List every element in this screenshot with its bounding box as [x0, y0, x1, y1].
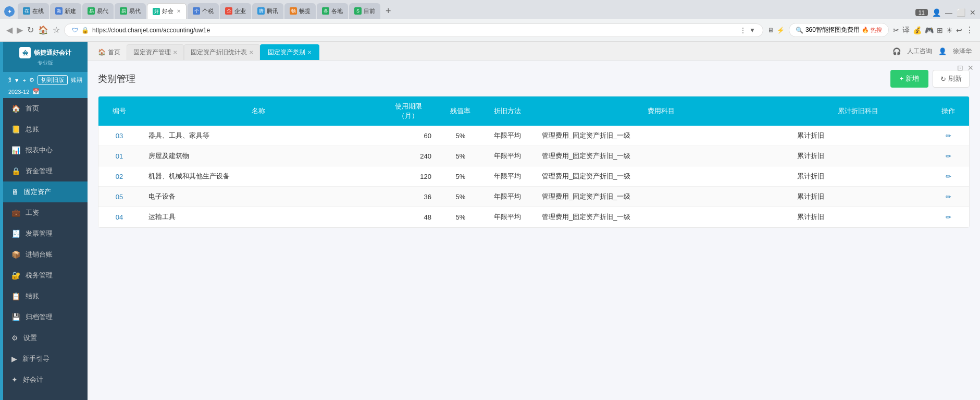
undo-icon[interactable]: ↩ — [956, 26, 962, 34]
service-icon: 🎧 — [892, 47, 901, 55]
service-label[interactable]: 人工咨询 — [907, 47, 932, 56]
cell-accumulated-4: 累计折旧 — [789, 207, 927, 227]
cut-icon[interactable]: ✂ — [893, 26, 899, 34]
sidebar-item-home[interactable]: 🏠 首页 — [3, 98, 88, 119]
sidebar-item-archive[interactable]: 💾 归档管理 — [3, 307, 88, 328]
old-version-button[interactable]: 切到旧版 — [38, 75, 68, 85]
table-row: 03 器具、工具、家具等 60 5% 年限平均 管理费用_固定资产折旧_一级 累… — [98, 126, 969, 146]
sidebar-item-ledger[interactable]: 📒 总账 — [3, 119, 88, 140]
sidebar-item-invoice[interactable]: 🧾 发票管理 — [3, 223, 88, 244]
cell-action-1[interactable]: ✏ — [927, 146, 969, 166]
sidebar-item-guide[interactable]: ▶ 新手引导 — [3, 348, 88, 369]
expand-user-icon[interactable]: ▼ — [14, 77, 20, 83]
browser-tab-tencent[interactable]: 腾 腾讯 — [252, 3, 283, 19]
translate-icon[interactable]: 译 — [902, 26, 910, 35]
sidebar-item-more[interactable]: ✦ 好会计 — [3, 369, 88, 390]
page-tab-bar: 🏠 首页 固定资产管理 ✕ 固定资产折旧统计表 ✕ 固定资产类别 ✕ — [88, 42, 980, 60]
cell-residual-0: 5% — [440, 126, 481, 146]
cell-method-2: 年限平均 — [481, 166, 534, 187]
tab-label-places: 各地 — [331, 7, 343, 15]
cell-months-4: 48 — [377, 207, 440, 227]
browser-tab-new[interactable]: 新 新建 — [50, 3, 81, 19]
window-restore-icon[interactable]: ⊡ — [957, 64, 963, 72]
address-bar[interactable]: 🛡 🔒 https://cloud.chanjet.com/accounting… — [64, 23, 763, 37]
fund-icon: 🔒 — [11, 167, 20, 175]
tab-label-category-text: 固定资产类别 — [268, 48, 305, 57]
browser-tab-yi2[interactable]: 易 易代 — [115, 3, 146, 19]
back-button[interactable]: ◀ — [6, 25, 13, 35]
wallet-icon[interactable]: 💰 — [913, 26, 922, 34]
browser-tab-active[interactable]: 好 好会 ✕ — [147, 3, 187, 19]
cell-months-1: 240 — [377, 146, 440, 166]
cell-method-4: 年限平均 — [481, 207, 534, 227]
sidebar-label-more: 好会计 — [23, 375, 43, 384]
tab-close-asset-manage[interactable]: ✕ — [173, 50, 177, 55]
content-area: 类别管理 + 新增 ↻ 刷新 编号 — [88, 60, 980, 400]
cell-action-0[interactable]: ✏ — [927, 126, 969, 146]
ledger-icon: 📒 — [11, 125, 20, 134]
browser-tab-chang[interactable]: 畅 畅提 — [284, 3, 316, 19]
cell-name-3: 电子设备 — [140, 187, 377, 207]
browser-tab-online[interactable]: 在 在线 — [18, 3, 49, 19]
sidebar-label-checkout: 结账 — [26, 292, 39, 301]
grid-icon[interactable]: ⊞ — [937, 26, 943, 34]
window-close-icon[interactable]: ✕ — [967, 64, 974, 72]
tab-close-category[interactable]: ✕ — [307, 50, 312, 55]
reload-button[interactable]: ↻ — [27, 25, 34, 35]
browser-tab-yi1[interactable]: 易 易代 — [82, 3, 114, 19]
tab-home[interactable]: 🏠 首页 — [92, 44, 127, 60]
bookmark-button[interactable]: ☆ — [53, 25, 60, 35]
browser-profile-icon[interactable]: 👤 — [932, 8, 941, 17]
sidebar-item-checkout[interactable]: 📋 结账 — [3, 286, 88, 307]
cell-action-4[interactable]: ✏ — [927, 207, 969, 227]
calendar-icon[interactable]: 📅 — [32, 88, 40, 95]
table-container: 编号 名称 使用期限（月） 残值率 折旧方法 费用科目 累计折旧科目 操作 — [98, 96, 970, 228]
forward-button[interactable]: ▶ — [17, 25, 23, 35]
refresh-icon: ↻ — [940, 75, 946, 83]
tab-close-depreciation[interactable]: ✕ — [249, 50, 253, 55]
sidebar-item-asset[interactable]: 🖥 固定资产 — [3, 181, 88, 202]
new-tab-button[interactable]: + — [381, 6, 395, 17]
add-account-icon[interactable]: + — [23, 77, 26, 83]
tab-depreciation[interactable]: 固定资产折旧统计表 ✕ — [184, 44, 260, 60]
period-label: 账期 — [71, 76, 82, 84]
sidebar-item-fund[interactable]: 🔒 资金管理 — [3, 161, 88, 181]
search-icon: 🔍 — [796, 27, 803, 34]
search-box[interactable]: 🔍 360智能抠图免费用 🔥 热搜 — [789, 23, 889, 37]
col-header-code: 编号 — [98, 96, 140, 126]
cell-name-1: 房屋及建筑物 — [140, 146, 377, 166]
lock-icon: 🔒 — [81, 27, 89, 34]
sidebar-item-salary[interactable]: 💼 工资 — [3, 202, 88, 223]
sidebar-item-report[interactable]: 📊 报表中心 — [3, 140, 88, 161]
expand-address-icon[interactable]: ▼ — [749, 27, 755, 34]
browser-tab-corp[interactable]: 企 企业 — [220, 3, 251, 19]
tab-label-depreciation-text: 固定资产折旧统计表 — [191, 48, 247, 57]
tab-close-active[interactable]: ✕ — [177, 8, 181, 14]
browser-tab-places[interactable]: 各 各地 — [317, 3, 348, 19]
browser-more-icon[interactable]: ⋮ — [965, 25, 974, 35]
sidebar-label-home: 首页 — [26, 104, 39, 113]
add-button[interactable]: + 新增 — [890, 70, 928, 88]
browser-tab-tax[interactable]: 个 个税 — [188, 3, 219, 19]
cell-name-0: 器具、工具、家具等 — [140, 126, 377, 146]
browser-menu-icon[interactable]: ⋮ — [740, 27, 746, 34]
sidebar-item-settings[interactable]: ⚙ 设置 — [3, 328, 88, 348]
tab-asset-category[interactable]: 固定资产类别 ✕ — [260, 44, 319, 60]
sidebar: 会 畅捷通好会计 专业版 刘小艳演示账套（勿删勿动！）11 ▼ + ⚙ 切到旧版… — [3, 42, 88, 400]
cell-action-2[interactable]: ✏ — [927, 166, 969, 187]
close-browser-icon[interactable]: ✕ — [970, 8, 976, 17]
sidebar-item-tax[interactable]: 🔐 税务管理 — [3, 265, 88, 286]
minimize-icon[interactable]: — — [945, 8, 952, 17]
brightness-icon[interactable]: ☀ — [946, 26, 953, 34]
settings-gear-icon[interactable]: ⚙ — [29, 77, 34, 83]
home-button[interactable]: 🏠 — [38, 25, 48, 35]
browser-tab-current[interactable]: S 目前 — [349, 3, 380, 19]
cell-months-0: 60 — [377, 126, 440, 146]
sidebar-item-stock[interactable]: 📦 进销台账 — [3, 244, 88, 265]
maximize-icon[interactable]: ⬜ — [957, 8, 965, 17]
table-row: 04 运输工具 48 5% 年限平均 管理费用_固定资产折旧_一级 累计折旧 ✏ — [98, 207, 969, 227]
game-icon[interactable]: 🎮 — [925, 26, 934, 34]
cell-residual-3: 5% — [440, 187, 481, 207]
cell-action-3[interactable]: ✏ — [927, 187, 969, 207]
tab-asset-manage[interactable]: 固定资产管理 ✕ — [127, 44, 184, 60]
